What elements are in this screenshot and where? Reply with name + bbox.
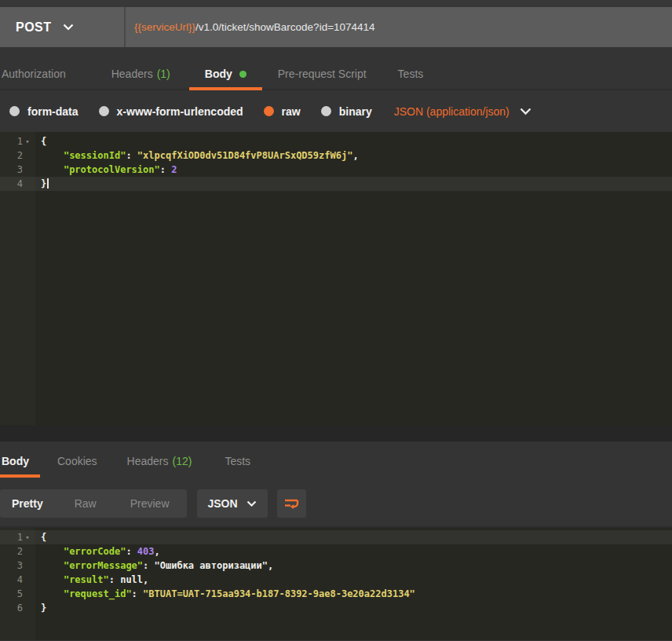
line-number-gutter: 3 bbox=[0, 560, 35, 571]
view-raw-button[interactable]: Raw bbox=[58, 497, 113, 510]
response-tab-cookies[interactable]: Cookies bbox=[46, 441, 108, 481]
code-text: "errorCode": 403, bbox=[35, 546, 160, 557]
tab-label: Body bbox=[2, 455, 29, 467]
tab-label: Tests bbox=[398, 68, 424, 80]
body-modified-dot-icon bbox=[239, 71, 247, 78]
code-line[interactable]: 6} bbox=[0, 601, 672, 615]
wrap-lines-icon bbox=[283, 497, 299, 511]
content-type-selector[interactable]: JSON (application/json) bbox=[394, 105, 531, 118]
line-number-gutter: 4 bbox=[0, 574, 35, 585]
code-text: { bbox=[35, 532, 46, 543]
content-type-label: JSON (application/json) bbox=[394, 105, 509, 118]
radio-x-www-form-urlencoded[interactable]: x-www-form-urlencoded bbox=[99, 105, 243, 118]
view-pretty-button[interactable]: Pretty bbox=[0, 497, 58, 510]
line-number-gutter: 2 bbox=[0, 150, 35, 161]
response-body-viewer[interactable]: 1▾{2 "errorCode": 403,3 "errorMessage": … bbox=[0, 526, 672, 640]
radio-raw[interactable]: raw bbox=[264, 105, 301, 118]
code-text: "request_id": "BTUAT=UAT-715aa934-b187-8… bbox=[35, 588, 415, 599]
view-preview-button[interactable]: Preview bbox=[113, 497, 187, 510]
radio-circle-icon bbox=[321, 106, 331, 116]
code-text: "protocolVersion": 2 bbox=[35, 164, 177, 175]
fold-caret-icon[interactable]: ▾ bbox=[23, 138, 32, 145]
response-toolbar: Pretty Raw Preview JSON bbox=[0, 481, 672, 526]
radio-label: form-data bbox=[27, 105, 79, 118]
line-number-gutter: 1▾ bbox=[0, 136, 35, 147]
method-selector[interactable]: POST bbox=[0, 7, 126, 47]
code-line[interactable]: 2 "errorCode": 403, bbox=[0, 544, 672, 559]
line-number-gutter: 4 bbox=[0, 178, 35, 189]
url-variable: {{serviceUrl}} bbox=[134, 21, 195, 33]
code-line[interactable]: 4 "result": null, bbox=[0, 573, 672, 587]
text-cursor bbox=[47, 178, 49, 189]
fold-caret-icon[interactable]: ▾ bbox=[23, 534, 32, 541]
code-line[interactable]: 4} bbox=[0, 177, 672, 191]
spacer bbox=[0, 47, 672, 59]
response-tab-tests[interactable]: Tests bbox=[214, 441, 261, 481]
radio-binary[interactable]: binary bbox=[321, 105, 372, 118]
response-tabs: Body Cookies Headers (12) Tests bbox=[0, 441, 672, 481]
tab-body[interactable]: Body bbox=[189, 59, 262, 89]
postman-window: POST {{serviceUrl}}/v1.0/ticket/showBarc… bbox=[0, 0, 672, 641]
request-body-editor[interactable]: 1▾{2 "sessionId": "xlpcqfXiOD0dv51D84fvP… bbox=[0, 132, 672, 425]
tab-label: Tests bbox=[225, 455, 250, 467]
code-text: { bbox=[35, 136, 46, 147]
tab-authorization[interactable]: Authorization bbox=[0, 59, 82, 89]
url-path: /v1.0/ticket/showBarcode?id=1074414 bbox=[195, 21, 375, 33]
tab-headers[interactable]: Headers (1) bbox=[99, 59, 183, 89]
headers-count-badge: (12) bbox=[173, 455, 192, 467]
radio-circle-icon bbox=[264, 106, 274, 116]
wrap-lines-button[interactable] bbox=[277, 489, 306, 518]
url-input[interactable]: {{serviceUrl}}/v1.0/ticket/showBarcode?i… bbox=[126, 7, 672, 47]
body-type-row: form-data x-www-form-urlencoded raw bina… bbox=[0, 90, 672, 132]
line-number-gutter: 3 bbox=[0, 164, 35, 175]
line-number-gutter: 6 bbox=[0, 603, 35, 614]
radio-label: raw bbox=[282, 105, 301, 118]
headers-count-badge: (1) bbox=[157, 68, 170, 80]
section-divider[interactable] bbox=[0, 425, 672, 441]
code-line[interactable]: 5 "request_id": "BTUAT=UAT-715aa934-b187… bbox=[0, 587, 672, 601]
code-line[interactable]: 1▾{ bbox=[0, 134, 672, 148]
tab-label: Pre-request Script bbox=[278, 68, 367, 80]
response-tab-headers[interactable]: Headers (12) bbox=[116, 441, 203, 481]
code-text: } bbox=[35, 603, 46, 614]
chevron-down-icon bbox=[63, 24, 74, 31]
radio-circle-icon bbox=[99, 106, 109, 116]
line-number-gutter: 5 bbox=[0, 588, 35, 599]
code-line[interactable]: 2 "sessionId": "xlpcqfXiOD0dv51D84fvP8UA… bbox=[0, 148, 672, 163]
top-strip bbox=[0, 0, 672, 7]
radio-circle-icon bbox=[9, 106, 20, 116]
request-url-bar: POST {{serviceUrl}}/v1.0/ticket/showBarc… bbox=[0, 7, 672, 47]
request-tabs: Authorization Headers (1) Body Pre-reque… bbox=[0, 59, 672, 90]
code-line[interactable]: 3 "errorMessage": "Ошибка авторизации", bbox=[0, 559, 672, 573]
method-label: POST bbox=[16, 20, 52, 35]
code-text: "result": null, bbox=[35, 574, 148, 585]
tab-tests[interactable]: Tests bbox=[382, 59, 440, 89]
tab-label: Body bbox=[205, 68, 232, 80]
response-format-selector[interactable]: JSON bbox=[197, 489, 268, 518]
chevron-down-icon bbox=[247, 500, 257, 507]
radio-label: x-www-form-urlencoded bbox=[117, 105, 243, 118]
code-text: } bbox=[35, 178, 49, 189]
view-toggle-group: Pretty Raw Preview bbox=[0, 489, 187, 518]
tab-label: Cookies bbox=[57, 455, 97, 467]
format-label: JSON bbox=[208, 497, 238, 510]
response-tab-body[interactable]: Body bbox=[0, 441, 40, 481]
chevron-down-icon bbox=[520, 108, 531, 115]
tab-label: Headers bbox=[111, 68, 153, 80]
line-number-gutter: 1▾ bbox=[0, 532, 35, 543]
code-line[interactable]: 1▾{ bbox=[0, 530, 672, 544]
code-text: "errorMessage": "Ошибка авторизации", bbox=[35, 560, 273, 571]
tab-label: Authorization bbox=[2, 68, 66, 80]
tab-label: Headers bbox=[127, 455, 169, 467]
tab-pre-request-script[interactable]: Pre-request Script bbox=[265, 59, 379, 89]
line-number-gutter: 2 bbox=[0, 546, 35, 557]
radio-form-data[interactable]: form-data bbox=[9, 105, 79, 118]
radio-label: binary bbox=[339, 105, 372, 118]
code-text: "sessionId": "xlpcqfXiOD0dv51D84fvP8UArS… bbox=[35, 150, 359, 161]
code-line[interactable]: 3 "protocolVersion": 2 bbox=[0, 163, 672, 177]
